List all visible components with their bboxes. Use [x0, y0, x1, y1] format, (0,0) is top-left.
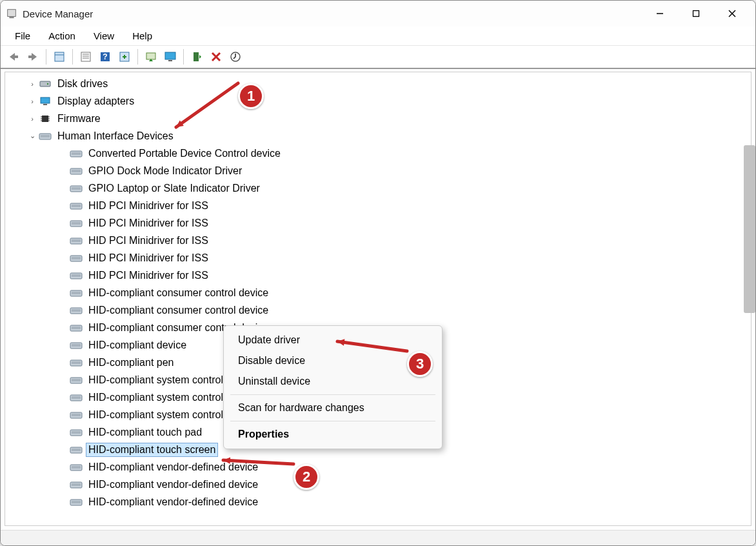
tree-category[interactable]: ⌄Human Interface Devices — [5, 127, 751, 145]
svg-text:?: ? — [103, 52, 107, 61]
toolbar-help-icon[interactable]: ? — [96, 48, 114, 66]
hid-icon — [70, 496, 83, 509]
chevron-right-icon[interactable]: › — [26, 97, 39, 105]
chevron-down-icon[interactable]: ⌄ — [26, 132, 39, 140]
tree-device-item[interactable]: ›Converted Portable Device Control devic… — [5, 145, 751, 162]
svg-rect-19 — [168, 60, 172, 61]
device-manager-window: Device Manager File Action View Help ? — [0, 0, 756, 546]
tree-device-item[interactable]: ›GPIO Dock Mode Indicator Driver — [5, 162, 751, 179]
toolbar-forward-icon[interactable] — [24, 48, 42, 66]
svg-rect-3 — [693, 11, 699, 17]
tree-device-item[interactable]: ›HID-compliant vendor-defined device — [5, 458, 751, 476]
toolbar-refresh-icon[interactable] — [115, 48, 134, 66]
chevron-right-icon[interactable]: › — [26, 80, 39, 88]
window-title: Device Manager — [23, 8, 93, 19]
tree-device-label: HID-compliant consumer control device — [86, 304, 270, 317]
toolbar-show-hidden-icon[interactable] — [50, 48, 68, 66]
annotation-badge: 3 — [407, 351, 433, 377]
tree-device-item[interactable]: ›HID-compliant vendor-defined device — [5, 493, 751, 511]
tree-category[interactable]: ›Display adapters — [5, 92, 751, 110]
toolbar-disable-icon[interactable] — [207, 48, 225, 66]
hid-icon — [70, 478, 83, 491]
svg-rect-10 — [81, 52, 90, 61]
svg-rect-8 — [55, 52, 64, 61]
close-button[interactable] — [714, 1, 750, 26]
toolbar-monitor-icon[interactable] — [161, 48, 179, 66]
annotation-badge: 1 — [238, 83, 264, 109]
tree-device-item[interactable]: ›HID PCI Minidriver for ISS — [5, 197, 751, 214]
hid-icon — [70, 304, 83, 317]
svg-rect-20 — [194, 52, 199, 61]
maximize-button[interactable] — [678, 1, 714, 26]
hid-icon — [70, 269, 83, 282]
tree-device-item[interactable]: ›HID PCI Minidriver for ISS — [5, 232, 751, 249]
tree-category-label: Firmware — [55, 112, 103, 125]
menu-view[interactable]: View — [85, 28, 123, 44]
toolbar-sep — [46, 49, 46, 65]
tree-device-label: GPIO Dock Mode Indicator Driver — [86, 165, 244, 177]
tree-device-item[interactable]: ›HID-compliant consumer control device — [5, 301, 751, 319]
tree-category-label: Display adapters — [55, 95, 136, 108]
toolbar-back-icon[interactable] — [5, 48, 23, 66]
tree-device-item[interactable]: ›HID PCI Minidriver for ISS — [5, 214, 751, 232]
hid-icon — [70, 182, 83, 195]
svg-rect-17 — [146, 53, 155, 59]
svg-rect-0 — [8, 10, 16, 17]
tree-device-item[interactable]: ›HID-compliant consumer control device — [5, 284, 751, 301]
tree-device-label: HID-compliant consumer control device — [86, 287, 270, 299]
context-menu-item[interactable]: Update driver — [224, 330, 442, 350]
annotation-badge: 2 — [293, 464, 319, 490]
svg-rect-1 — [9, 17, 14, 19]
toolbar-scan-icon[interactable] — [226, 48, 244, 66]
context-menu-item[interactable]: Uninstall device — [224, 371, 442, 392]
chevron-right-icon[interactable]: › — [26, 115, 39, 123]
tree-device-label: HID-compliant system controller — [86, 409, 237, 421]
context-menu: Update driverDisable deviceUninstall dev… — [223, 325, 443, 449]
hid-icon — [70, 252, 83, 265]
hid-icon — [70, 391, 83, 404]
device-manager-app-icon — [6, 8, 17, 19]
display-icon — [39, 95, 52, 108]
menu-help[interactable]: Help — [123, 28, 161, 44]
tree-device-item[interactable]: ›HID-compliant vendor-defined device — [5, 476, 751, 493]
tree-category[interactable]: ›Firmware — [5, 110, 751, 127]
tree-device-label: HID-compliant vendor-defined device — [86, 496, 260, 509]
tree-device-item[interactable]: ›HID PCI Minidriver for ISS — [5, 267, 751, 284]
context-menu-item[interactable]: Properties — [224, 424, 442, 445]
disk-icon — [39, 77, 52, 90]
tree-device-label: HID-compliant pen — [86, 356, 176, 369]
device-tree[interactable]: ›Disk drives›Display adapters›Firmware⌄H… — [5, 72, 751, 526]
tree-device-label: Converted Portable Device Control device — [86, 147, 283, 160]
toolbar-enable-icon[interactable] — [188, 48, 206, 66]
hid-icon — [70, 199, 83, 212]
hid-icon — [70, 461, 83, 474]
tree-device-label: HID-compliant touch pad — [86, 426, 204, 439]
toolbar-properties-icon[interactable] — [77, 48, 95, 66]
tree-category-label: Human Interface Devices — [55, 130, 175, 143]
tree-device-label: HID-compliant vendor-defined device — [86, 478, 260, 491]
toolbar-sep — [183, 49, 184, 65]
toolbar-update-driver-icon[interactable] — [142, 48, 160, 66]
tree-category[interactable]: ›Disk drives — [5, 75, 751, 92]
toolbar-sep — [72, 49, 73, 65]
scrollbar-thumb[interactable] — [744, 145, 755, 313]
minimize-button[interactable] — [642, 1, 678, 26]
tree-device-item[interactable]: ›GPIO Laptop or Slate Indicator Driver — [5, 179, 751, 197]
tree-device-label: HID-compliant vendor-defined device — [86, 461, 260, 474]
hid-icon — [70, 165, 83, 177]
context-menu-item[interactable]: Scan for hardware changes — [224, 398, 442, 418]
toolbar-sep — [137, 49, 138, 65]
menu-file[interactable]: File — [6, 28, 39, 44]
context-menu-separator — [230, 394, 435, 395]
tree-category-label: Disk drives — [55, 77, 110, 90]
menubar: File Action View Help — [1, 26, 755, 46]
svg-point-25 — [47, 83, 48, 84]
tree-device-label: HID-compliant system controller — [86, 374, 237, 387]
hid-icon — [70, 234, 83, 247]
menu-action[interactable]: Action — [39, 28, 85, 44]
statusbar — [1, 530, 755, 545]
tree-device-label: HID PCI Minidriver for ISS — [86, 234, 210, 247]
tree-device-item[interactable]: ›HID PCI Minidriver for ISS — [5, 249, 751, 267]
svg-rect-18 — [165, 52, 175, 59]
svg-rect-27 — [43, 104, 47, 105]
